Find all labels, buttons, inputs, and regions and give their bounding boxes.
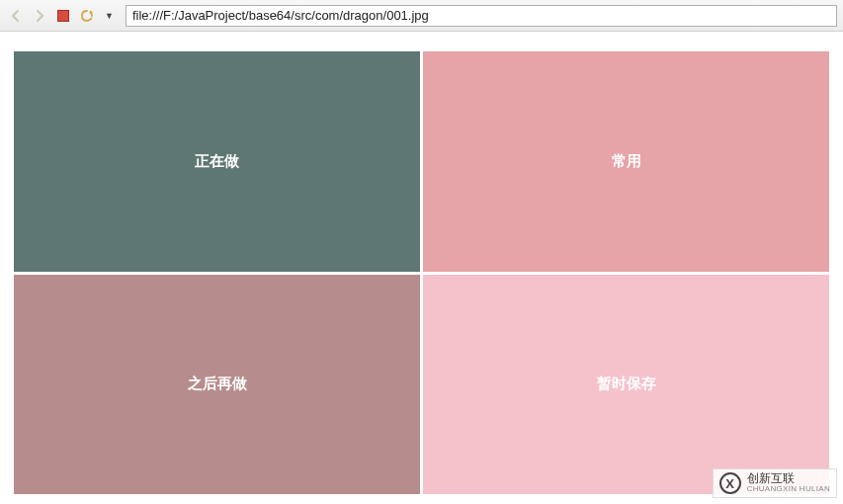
address-input[interactable] [126, 5, 837, 27]
refresh-icon [79, 8, 95, 24]
watermark: X 创新互联 CHUANGXIN HULIAN [713, 468, 837, 498]
stop-button[interactable] [53, 6, 73, 26]
stop-icon [57, 10, 69, 22]
tile-grid: 正在做 常用 之后再做 暂时保存 [14, 51, 829, 494]
tile-label: 常用 [612, 152, 641, 171]
back-button[interactable] [6, 6, 26, 26]
arrow-right-icon [33, 9, 46, 23]
forward-button[interactable] [30, 6, 49, 26]
nav-dropdown[interactable]: ▼ [101, 11, 118, 21]
watermark-text: 创新互联 CHUANGXIN HULIAN [747, 472, 830, 494]
tile-later[interactable]: 之后再做 [14, 275, 420, 495]
watermark-logo-letter: X [725, 476, 734, 491]
tile-label: 暂时保存 [597, 375, 656, 393]
tile-save[interactable]: 暂时保存 [423, 275, 829, 495]
tile-label: 之后再做 [188, 375, 247, 393]
tile-frequent[interactable]: 常用 [423, 51, 829, 272]
arrow-left-icon [9, 9, 23, 23]
tile-label: 正在做 [195, 152, 239, 171]
browser-toolbar: ▼ [0, 0, 843, 32]
watermark-en: CHUANGXIN HULIAN [747, 485, 830, 494]
watermark-logo-icon: X [719, 472, 741, 494]
tile-doing[interactable]: 正在做 [14, 51, 420, 272]
content-area: 正在做 常用 之后再做 暂时保存 [0, 32, 843, 504]
refresh-button[interactable] [77, 6, 97, 26]
